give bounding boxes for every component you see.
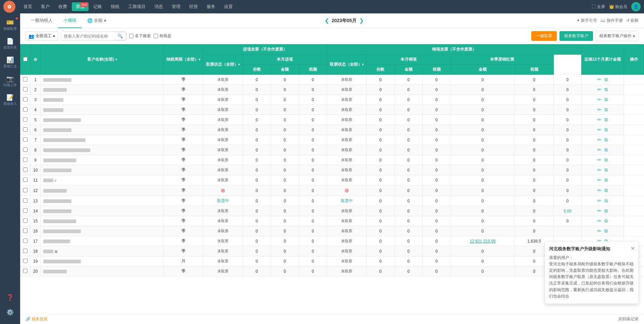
nav-fee[interactable]: 收费 <box>54 2 71 11</box>
row-checkbox[interactable] <box>23 137 28 142</box>
ded-amount-link[interactable]: 12,621,319.99 <box>470 239 496 244</box>
sidebar-item-scan[interactable]: 📷 扫描上传 <box>1 72 19 90</box>
edit-btn[interactable]: ✏ <box>596 147 602 152</box>
checkbox-statement[interactable]: 名下账套 <box>129 33 151 39</box>
row-checkbox[interactable] <box>23 87 28 91</box>
edit-btn[interactable]: ✏ <box>596 218 602 223</box>
digital-ops-btn[interactable]: 税务数字账户操作 ▾ <box>596 31 639 41</box>
edit-btn[interactable]: ✏ <box>596 157 602 163</box>
edit-btn[interactable]: ✏ <box>596 107 602 112</box>
tab-small-scale[interactable]: 小规模 <box>58 13 82 28</box>
nav-manage[interactable]: 管理 <box>168 2 184 11</box>
row-checkbox[interactable] <box>23 157 28 162</box>
nav-invoice[interactable]: 票据 new <box>72 2 89 11</box>
period-next[interactable]: ❯ <box>359 17 364 24</box>
cumulative-link[interactable]: 5.00 <box>564 209 571 213</box>
row-checkbox[interactable] <box>23 107 28 112</box>
edit-btn[interactable]: ✏ <box>596 87 602 92</box>
row-checkbox[interactable] <box>23 117 28 122</box>
row-checkbox[interactable] <box>23 178 28 182</box>
copy-btn[interactable]: ⧉ <box>603 117 609 123</box>
copy-btn[interactable]: ⧉ <box>603 188 609 193</box>
sidebar-help[interactable]: ❓ <box>1 291 19 305</box>
edit-btn[interactable]: ✏ <box>596 208 602 213</box>
row-checkbox[interactable] <box>23 127 28 132</box>
nav-business[interactable]: 工商项目 <box>124 2 150 11</box>
nav-operation[interactable]: 经营 <box>185 2 202 11</box>
copy-btn[interactable]: ⧉ <box>603 218 609 224</box>
copy-btn[interactable]: ⧉ <box>603 198 609 204</box>
manual-btn[interactable]: 📖 操作手册 <box>600 18 623 23</box>
copy-btn[interactable]: ⧉ <box>603 208 609 214</box>
nav-bookkeep[interactable]: 记账 <box>89 2 106 11</box>
row-checkbox[interactable] <box>23 218 28 223</box>
row-checkbox[interactable] <box>23 269 28 273</box>
copy-btn[interactable]: ⧉ <box>603 177 609 183</box>
member-btn[interactable]: 👑 购会员 <box>609 4 627 10</box>
edit-btn[interactable]: ✏ <box>596 188 602 193</box>
sidebar-config[interactable]: ⚙️ <box>1 306 19 319</box>
header-out-status[interactable]: 取票状态（全部）▾ <box>327 55 367 75</box>
nav-tax[interactable]: 报税 <box>107 2 123 11</box>
copy-btn[interactable]: ⧉ <box>603 228 609 234</box>
sidebar-item-entry[interactable]: 📝 票据录入 <box>1 91 19 109</box>
nav-client[interactable]: 客户 <box>37 2 54 11</box>
edit-btn[interactable]: ✏ <box>596 137 602 142</box>
period-prev[interactable]: ❮ <box>325 17 329 24</box>
copy-btn[interactable]: ⧉ <box>603 127 609 133</box>
edit-btn[interactable]: ✏ <box>596 177 602 183</box>
copy-btn[interactable]: ⧉ <box>603 167 609 173</box>
copy-btn[interactable]: ⧉ <box>603 97 609 103</box>
checkbox-tax[interactable]: 有税盘 <box>154 33 171 39</box>
refresh-btn[interactable]: ↺ 刷新 <box>626 18 639 23</box>
edit-btn[interactable]: ✏ <box>596 97 602 102</box>
statement-checkbox[interactable] <box>129 34 133 38</box>
edit-btn[interactable]: ✏ <box>596 198 602 203</box>
search-button[interactable]: 🔍 <box>115 32 126 40</box>
nav-service[interactable]: 服务 <box>203 2 219 11</box>
tab-allround[interactable]: 🌐 全能 ▾ <box>82 13 112 28</box>
user-avatar[interactable]: 👤 <box>631 2 641 11</box>
tax-policy-link[interactable]: 🔗 税务政策 <box>25 316 48 322</box>
row-checkbox[interactable] <box>23 229 28 233</box>
edit-btn[interactable]: ✏ <box>596 228 602 234</box>
row-checkbox[interactable] <box>23 168 28 172</box>
sidebar-item-open-invoice[interactable]: 📄 发票开具 <box>1 35 19 52</box>
copy-btn[interactable]: ⧉ <box>603 107 609 113</box>
sidebar-item-summary[interactable]: 📊 票据汇总 <box>1 54 19 71</box>
edit-btn[interactable]: ✏ <box>596 167 602 173</box>
tab-general-taxpayer[interactable]: 一般纳税人 <box>25 13 58 28</box>
header-taxperiod-col[interactable]: 纳税周期（全部）▾ <box>164 45 203 75</box>
nav-settings[interactable]: 设置 <box>220 2 237 11</box>
row-checkbox[interactable] <box>23 97 28 102</box>
copy-btn[interactable]: ⧉ <box>603 87 609 92</box>
one-click-fetch-btn[interactable]: 一键取票 <box>531 31 557 41</box>
nav-home[interactable]: 首页 <box>19 2 36 11</box>
copy-btn[interactable]: ⧉ <box>603 77 609 82</box>
row-checkbox[interactable] <box>23 259 28 263</box>
row-checkbox[interactable] <box>23 147 28 152</box>
copy-btn[interactable]: ⧉ <box>603 147 609 153</box>
copy-btn[interactable]: ⧉ <box>603 157 609 163</box>
edit-btn[interactable]: ✏ <box>596 77 602 82</box>
row-checkbox[interactable] <box>23 239 28 243</box>
nav-message[interactable]: 消息 <box>150 2 167 11</box>
digital-account-btn[interactable]: 税务数字账户 <box>559 31 593 41</box>
select-all-checkbox[interactable] <box>23 57 28 61</box>
copy-btn[interactable]: ⧉ <box>603 137 609 143</box>
search-input[interactable] <box>61 32 115 40</box>
header-inc-status[interactable]: 取票状态（全部）▾ <box>203 55 243 75</box>
fullscreen-btn[interactable]: ⛶ 全屏 <box>592 4 605 10</box>
row-checkbox[interactable] <box>23 188 28 192</box>
edit-btn[interactable]: ✏ <box>596 127 602 132</box>
employee-filter[interactable]: 👥 全部员工 ▾ <box>25 31 58 41</box>
tax-checkbox[interactable] <box>154 34 158 38</box>
header-customer-col[interactable]: 客户名称(全部) ▾ <box>41 45 164 75</box>
header-settings-col[interactable]: ⚙ <box>31 45 41 75</box>
sidebar-item-smart-ticket[interactable]: 🎫 智能取票 <box>1 16 19 34</box>
notification-close-btn[interactable]: ✕ <box>631 244 635 253</box>
edit-btn[interactable]: ✏ <box>596 117 602 122</box>
guide-btn[interactable]: ✦ 新手引导 <box>577 18 597 23</box>
row-checkbox[interactable] <box>23 249 28 253</box>
row-checkbox[interactable] <box>23 198 28 203</box>
